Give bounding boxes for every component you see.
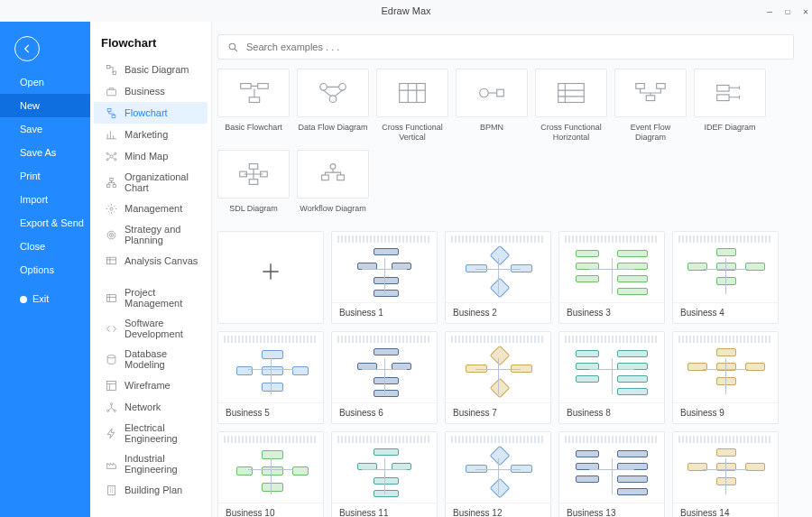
svg-point-13 bbox=[109, 207, 112, 209]
svg-rect-48 bbox=[249, 163, 258, 169]
template-business-12[interactable]: Business 12 bbox=[445, 431, 551, 517]
diagram-type-cross-functional-horizontal[interactable]: Cross Functional Horizontal bbox=[535, 69, 607, 143]
template-label: Business 3 bbox=[559, 302, 664, 323]
template-business-4[interactable]: Business 4 bbox=[672, 231, 779, 324]
template-business-5[interactable]: Business 5 bbox=[217, 331, 324, 424]
template-thumb bbox=[673, 432, 778, 503]
template-business-6[interactable]: Business 6 bbox=[331, 331, 438, 424]
svg-rect-53 bbox=[322, 175, 329, 180]
category-wireframe[interactable]: Wireframe bbox=[94, 374, 208, 396]
category-analysis-canvas[interactable]: Analysis Canvas bbox=[94, 250, 208, 272]
template-business-14[interactable]: Business 14 bbox=[672, 431, 779, 517]
svg-rect-17 bbox=[106, 257, 115, 264]
app-window: Edraw Max — ☐ ✕ OpenNewSaveSave AsPrintI… bbox=[0, 0, 812, 517]
diagram-type-basic-flowchart[interactable]: Basic Flowchart bbox=[217, 69, 290, 143]
category-label: Marketing bbox=[125, 129, 168, 140]
template-label: Business 9 bbox=[673, 402, 778, 423]
diagram-type-label: BPMN bbox=[480, 123, 503, 133]
category-panel: Flowchart Basic DiagramBusinessFlowchart… bbox=[90, 22, 212, 517]
template-business-11[interactable]: Business 11 bbox=[331, 431, 438, 517]
category-label: Software Development bbox=[125, 318, 204, 339]
diagram-type-sdl-diagram[interactable]: SDL Diagram bbox=[217, 150, 290, 214]
svg-point-5 bbox=[109, 154, 112, 157]
sidebar-item-open[interactable]: Open bbox=[0, 70, 90, 94]
diagram-type-data-flow-diagram[interactable]: Data Flow Diagram bbox=[297, 69, 369, 143]
template-blank[interactable] bbox=[217, 231, 324, 324]
category-electrical-engineering[interactable]: Electrical Engineering bbox=[94, 418, 208, 448]
diagram-type-event-flow-diagram[interactable]: Event Flow Diagram bbox=[614, 69, 687, 143]
arrow-left-icon bbox=[21, 42, 33, 55]
search-input[interactable] bbox=[246, 42, 784, 52]
template-label: Business 4 bbox=[673, 302, 778, 323]
diagram-type-label: IDEF Diagram bbox=[704, 123, 755, 133]
category-basic-diagram[interactable]: Basic Diagram bbox=[94, 59, 208, 80]
content-scroll[interactable]: Basic FlowchartData Flow DiagramCross Fu… bbox=[212, 69, 812, 517]
category-label: Wireframe bbox=[125, 380, 171, 391]
template-label: Business 10 bbox=[218, 503, 323, 517]
svg-rect-43 bbox=[636, 84, 645, 89]
template-label: Business 7 bbox=[446, 402, 550, 423]
template-business-2[interactable]: Business 2 bbox=[445, 231, 551, 324]
sidebar-item-save[interactable]: Save bbox=[0, 117, 90, 141]
category-mind-map[interactable]: Mind Map bbox=[94, 145, 208, 167]
sidebar-item-save-as[interactable]: Save As bbox=[0, 141, 90, 164]
template-business-1[interactable]: Business 1 bbox=[331, 231, 438, 324]
template-business-13[interactable]: Business 13 bbox=[558, 431, 665, 517]
template-thumb bbox=[218, 332, 323, 402]
svg-rect-24 bbox=[107, 485, 115, 494]
category-software-development[interactable]: Software Development bbox=[94, 313, 208, 344]
category-business[interactable]: Business bbox=[94, 80, 208, 102]
sidebar-item-print[interactable]: Print bbox=[0, 164, 90, 188]
category-project-management[interactable]: Project Management bbox=[94, 282, 208, 313]
template-label: Business 6 bbox=[332, 402, 437, 423]
search-icon bbox=[227, 42, 239, 53]
template-business-3[interactable]: Business 3 bbox=[558, 231, 665, 324]
close-button[interactable]: ✕ bbox=[803, 6, 808, 16]
template-thumb bbox=[673, 232, 778, 302]
minimize-button[interactable]: — bbox=[767, 6, 772, 16]
category-network[interactable]: Network bbox=[94, 396, 208, 418]
category-flowchart[interactable]: Flowchart bbox=[94, 102, 208, 124]
category-building-plan[interactable]: Building Plan bbox=[94, 479, 208, 501]
back-button[interactable] bbox=[14, 36, 40, 61]
category-industrial-engineering[interactable]: Industrial Engineering bbox=[94, 448, 208, 479]
svg-rect-33 bbox=[241, 84, 251, 89]
svg-rect-47 bbox=[717, 95, 729, 101]
template-thumb bbox=[332, 232, 437, 302]
category-database-modeling[interactable]: Database Modeling bbox=[94, 344, 208, 374]
sidebar-item-exit[interactable]: Exit bbox=[0, 287, 90, 310]
category-management[interactable]: Management bbox=[94, 198, 208, 219]
diagram-type-label: Event Flow Diagram bbox=[614, 123, 687, 143]
diagram-type-cross-functional-vertical[interactable]: Cross Functional Vertical bbox=[376, 69, 448, 143]
svg-rect-42 bbox=[558, 84, 585, 103]
category-graphic-design[interactable]: Graphic Design bbox=[94, 512, 208, 517]
svg-rect-45 bbox=[646, 96, 655, 101]
sidebar-item-export-send[interactable]: Export & Send bbox=[0, 211, 90, 235]
template-business-10[interactable]: Business 10 bbox=[217, 431, 324, 517]
diagram-type-thumb bbox=[217, 69, 290, 117]
category-marketing[interactable]: Marketing bbox=[94, 124, 208, 145]
template-label: Business 1 bbox=[332, 302, 437, 323]
diagram-type-workflow-diagram[interactable]: Workflow Diagram bbox=[297, 150, 369, 214]
template-thumb bbox=[673, 332, 778, 402]
sidebar-item-import[interactable]: Import bbox=[0, 188, 90, 211]
category-strategy-and-planning[interactable]: Strategy and Planning bbox=[94, 219, 208, 250]
maximize-button[interactable]: ☐ bbox=[785, 6, 790, 16]
diagram-type-bpmn[interactable]: BPMN bbox=[456, 69, 528, 143]
svg-rect-44 bbox=[657, 84, 666, 89]
diagram-type-idef-diagram[interactable]: IDEF Diagram bbox=[694, 69, 766, 143]
search-bar[interactable] bbox=[217, 34, 794, 60]
template-business-7[interactable]: Business 7 bbox=[445, 331, 551, 424]
sidebar-item-new[interactable]: New bbox=[0, 94, 90, 117]
sidebar-item-options[interactable]: Options bbox=[0, 258, 90, 282]
network-icon bbox=[105, 401, 117, 413]
diagram-type-thumb bbox=[535, 69, 607, 117]
sidebar-item-close[interactable]: Close bbox=[0, 235, 90, 258]
template-thumb bbox=[559, 232, 664, 302]
svg-rect-41 bbox=[497, 89, 504, 97]
template-business-8[interactable]: Business 8 bbox=[558, 331, 665, 424]
template-business-9[interactable]: Business 9 bbox=[672, 331, 779, 424]
category-label: Project Management bbox=[125, 287, 204, 309]
template-label: Business 12 bbox=[446, 503, 550, 517]
category-organizational-chart[interactable]: Organizational Chart bbox=[94, 167, 208, 198]
